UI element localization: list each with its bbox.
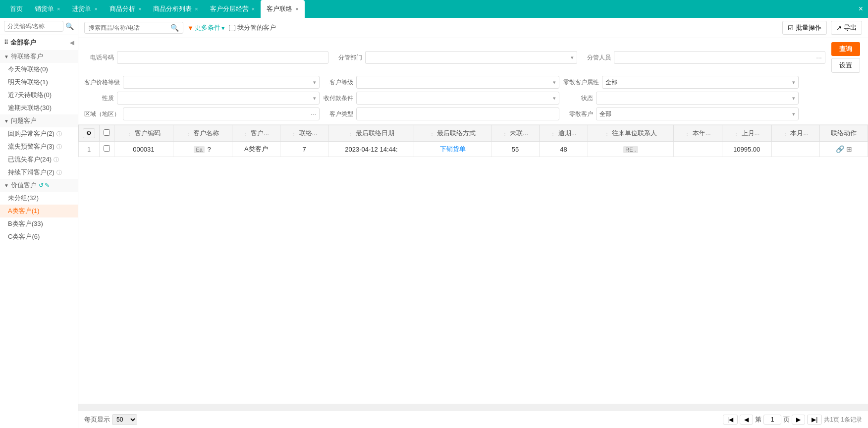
nav-customer-contact-close[interactable]: × xyxy=(295,6,298,12)
row-last-way-link[interactable]: 下销货单 xyxy=(440,145,466,153)
customer-type-input[interactable] xyxy=(356,107,559,120)
info-icon-2: ⓘ xyxy=(54,156,59,163)
nav-customer-segment-close[interactable]: × xyxy=(252,6,255,12)
query-button[interactable]: 查询 xyxy=(831,42,860,56)
sidebar-collapse-icon[interactable]: ◀ xyxy=(70,40,74,46)
nav-analysis[interactable]: 商品分析 × xyxy=(104,0,147,18)
batch-op-button[interactable]: ☑ 批量操作 xyxy=(782,21,827,35)
region-select[interactable]: ··· xyxy=(123,107,320,120)
my-customers-label: 我分管的客户 xyxy=(237,23,276,32)
nav-purchase-close[interactable]: × xyxy=(94,6,97,12)
search-input[interactable] xyxy=(89,24,170,31)
person-select[interactable]: ··· xyxy=(614,51,825,64)
batch-op-label: 批量操作 xyxy=(796,23,821,32)
search-box: 🔍 xyxy=(84,22,183,34)
nav-sales[interactable]: 销货单 × xyxy=(29,0,66,18)
nature-select[interactable]: ▾ xyxy=(117,92,320,105)
sidebar-item-c-class[interactable]: C类客户(6) xyxy=(0,230,78,243)
row-last-month-amt: 10995.00 xyxy=(733,146,760,153)
sidebar-problem-group[interactable]: ▼ 问题客户 xyxy=(0,114,78,127)
sidebar-search-input[interactable] xyxy=(4,21,63,32)
scattered-attr-select[interactable]: 全部 ▾ xyxy=(602,76,799,89)
col-unit-contact-drag: ⋮ xyxy=(604,131,609,136)
row-name-extra: ? xyxy=(208,146,211,153)
sidebar-item-a-class[interactable]: A类客户(1) xyxy=(0,205,78,217)
price-level-select[interactable]: ▾ xyxy=(123,76,320,89)
nav-sales-label: 销货单 xyxy=(35,4,54,13)
sidebar-search-icon[interactable]: 🔍 xyxy=(65,22,74,30)
nav-customer-segment[interactable]: 客户分层经营 × xyxy=(204,0,261,18)
grid-icon: ⠿ xyxy=(4,39,8,46)
nav-analysis-list-close[interactable]: × xyxy=(195,6,198,12)
region-dots-icon[interactable]: ··· xyxy=(311,110,317,118)
nav-purchase[interactable]: 进货单 × xyxy=(66,0,103,18)
col-code-drag: ⋮ xyxy=(127,131,132,136)
select-all-checkbox[interactable] xyxy=(104,129,110,136)
sidebar-item-churn-warning[interactable]: 流失预警客户(3) ⓘ xyxy=(0,140,78,153)
sidebar-all-customers[interactable]: ⠿ 全部客户 ◀ xyxy=(0,35,78,50)
prev-page-btn[interactable]: ◀ xyxy=(740,415,753,425)
per-page-select[interactable]: 50 20 100 xyxy=(112,414,137,425)
col-action: 联络动作 xyxy=(820,125,868,142)
export-label: 导出 xyxy=(844,23,857,32)
scattered-select[interactable]: 全部 ▾ xyxy=(596,107,799,120)
sidebar-pending-group[interactable]: ▼ 待联络客户 xyxy=(0,50,78,63)
export-icon: ↗ xyxy=(836,24,842,32)
problem-group-label: 问题客户 xyxy=(11,116,37,125)
row-checkbox[interactable] xyxy=(104,145,110,152)
customer-level-select[interactable]: ▾ xyxy=(356,76,559,89)
status-select[interactable]: ▾ xyxy=(596,92,799,105)
scattered-arrow: ▾ xyxy=(792,111,795,117)
payment-select[interactable]: ▾ xyxy=(356,92,559,105)
row-action-link-icon[interactable]: 🔗 xyxy=(836,145,844,153)
sidebar-item-ungroup[interactable]: 未分组(32) xyxy=(0,192,78,205)
sidebar-item-b-class[interactable]: B类客户(33) xyxy=(0,217,78,230)
next-page-btn[interactable]: ▶ xyxy=(792,415,805,425)
export-button[interactable]: ↗ 导出 xyxy=(831,21,862,35)
nav-sales-close[interactable]: × xyxy=(57,6,60,12)
nature-arrow: ▾ xyxy=(313,95,316,102)
value-group-refresh-icon[interactable]: ↺ xyxy=(39,182,44,189)
setting-button[interactable]: 设置 xyxy=(831,58,860,73)
col-no-contact: ⋮ 未联... xyxy=(491,125,539,142)
sidebar-item-tomorrow[interactable]: 明天待联络(1) xyxy=(0,76,78,89)
nav-analysis-list[interactable]: 商品分析列表 × xyxy=(147,0,204,18)
sidebar-item-7days[interactable]: 近7天待联络(0) xyxy=(0,89,78,102)
sidebar-value-group[interactable]: ▼ 价值客户 ↺ ✎ xyxy=(0,179,78,192)
filter-more-btn[interactable]: ▼ 更多条件 ▾ xyxy=(187,23,225,32)
sidebar-item-churned[interactable]: 已流失客户(24) ⓘ xyxy=(0,153,78,166)
horizontal-scrollbar[interactable] xyxy=(78,404,868,411)
payment-label: 收付款条件 xyxy=(324,94,353,103)
first-page-btn[interactable]: |◀ xyxy=(723,415,738,425)
value-group-edit-icon[interactable]: ✎ xyxy=(45,182,50,189)
filter-actions: 查询 设置 xyxy=(829,42,862,73)
row-action-grid-icon[interactable]: ⊞ xyxy=(846,145,852,153)
nav-customer-contact[interactable]: 客户联络 × xyxy=(261,0,304,18)
dept-select[interactable]: ▾ xyxy=(365,51,577,64)
gear-button[interactable]: ⚙ xyxy=(83,128,95,138)
phone-input[interactable] xyxy=(117,51,328,64)
top-nav: 首页 销货单 × 进货单 × 商品分析 × 商品分析列表 × 客户分层经营 × … xyxy=(0,0,868,18)
search-icon[interactable]: 🔍 xyxy=(170,24,179,32)
sidebar-item-overdue[interactable]: 逾期未联络(30) xyxy=(0,102,78,114)
nav-home[interactable]: 首页 xyxy=(4,0,29,18)
col-last-way-drag: ⋮ xyxy=(430,131,434,136)
my-customers-checkbox[interactable] xyxy=(229,25,235,31)
row-unit-contact: RE . xyxy=(623,146,638,153)
price-level-label: 客户价格等级 xyxy=(84,78,120,87)
my-customers-filter[interactable]: 我分管的客户 xyxy=(229,23,276,32)
person-dots-icon[interactable]: ··· xyxy=(816,54,822,61)
sidebar-item-declining[interactable]: 持续下滑客户(2) ⓘ xyxy=(0,166,78,179)
col-type-drag: ⋮ xyxy=(243,131,248,136)
last-page-btn[interactable]: ▶| xyxy=(807,415,822,425)
nav-analysis-close[interactable]: × xyxy=(138,6,141,12)
sidebar-item-churned-label: 已流失客户(24) xyxy=(8,155,52,164)
close-all-tabs-icon[interactable]: × xyxy=(859,4,863,13)
sidebar-item-repurchase-abnormal[interactable]: 回购异常客户(2) ⓘ xyxy=(0,127,78,140)
adv-filter-row-1: 电话号码 分管部门 ▾ 分管人员 ··· xyxy=(84,42,862,73)
page-number-input[interactable] xyxy=(763,415,781,425)
sidebar-item-today[interactable]: 今天待联络(0) xyxy=(0,63,78,76)
col-no-contact-label: 未联... xyxy=(510,129,528,137)
col-last-way: ⋮ 最后联络方式 xyxy=(414,125,491,142)
sidebar: 🔍 ⠿ 全部客户 ◀ ▼ 待联络客户 今天待联络(0) 明天待联络(1) 近7天… xyxy=(0,18,78,428)
